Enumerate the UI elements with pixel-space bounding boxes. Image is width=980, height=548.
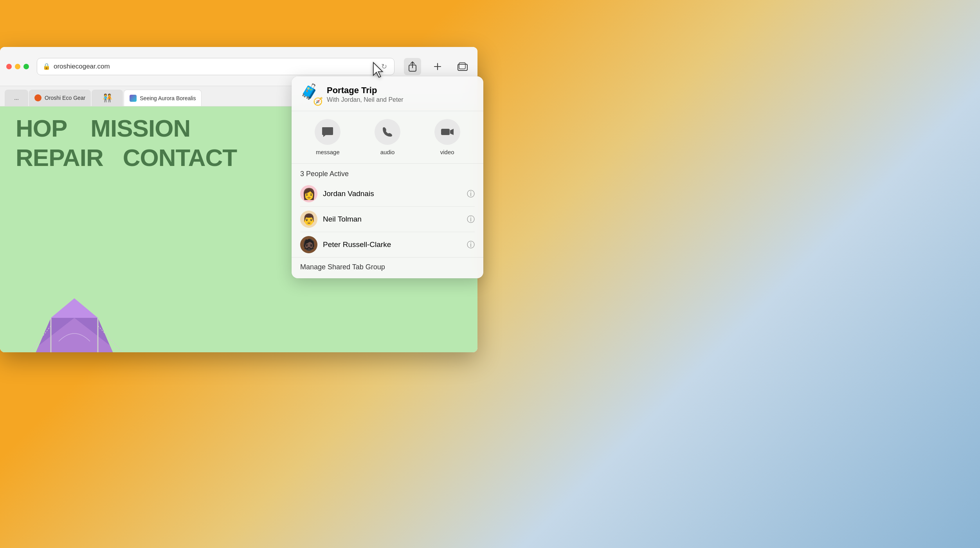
neil-avatar: 👨 — [300, 211, 317, 228]
svg-marker-22 — [450, 129, 454, 135]
tent-area — [0, 287, 160, 352]
audio-label: audio — [380, 149, 395, 155]
video-button[interactable]: video — [434, 119, 460, 155]
group-emoji-sub: 🧭 — [313, 97, 323, 106]
traffic-lights — [6, 64, 29, 69]
message-icon-circle — [315, 119, 340, 145]
tab-overview-icon — [458, 62, 468, 71]
person-row-neil[interactable]: 👨 Neil Tolman ⓘ — [300, 207, 475, 232]
add-tab-button[interactable] — [429, 58, 446, 75]
tab-group-emoji[interactable]: 🧑‍🤝‍🧑 — [92, 90, 123, 106]
share-tab-button[interactable] — [404, 58, 421, 75]
jordan-info-icon[interactable]: ⓘ — [467, 189, 475, 199]
jordan-name: Jordan Vadnais — [323, 189, 467, 198]
svg-marker-8 — [12, 318, 137, 352]
tab-aurora[interactable]: Seeing Aurora Borealis — [124, 90, 202, 106]
tab-previous-label: ... — [14, 95, 19, 101]
peter-name: Peter Russell-Clarke — [323, 240, 467, 249]
audio-button[interactable]: audio — [375, 119, 400, 155]
popup-actions: message audio video — [292, 111, 483, 164]
jordan-avatar: 👩 — [300, 185, 317, 202]
person-row-peter[interactable]: 🧔🏿 Peter Russell-Clarke ⓘ — [300, 232, 475, 257]
peter-avatar: 🧔🏿 — [300, 236, 317, 253]
plus-icon — [433, 62, 442, 71]
group-name: Portage Trip — [327, 85, 475, 96]
fullscreen-button[interactable] — [23, 64, 29, 69]
tab-previous[interactable]: ... — [5, 90, 28, 106]
video-label: video — [440, 149, 454, 155]
group-avatar: 🧳 🧭 — [300, 84, 321, 105]
address-bar[interactable]: 🔒 oroshiecogear.com ↻ — [37, 58, 395, 75]
neil-name: Neil Tolman — [323, 215, 467, 224]
svg-rect-5 — [459, 63, 465, 69]
share-popup: 🧳 🧭 Portage Trip With Jordan, Neil and P… — [292, 76, 483, 278]
tab-aurora-label: Seeing Aurora Borealis — [140, 95, 196, 101]
phone-icon — [382, 126, 393, 137]
tab-overview-button[interactable] — [454, 58, 471, 75]
svg-marker-14 — [51, 298, 98, 318]
people-section: 3 People Active 👩 Jordan Vadnais ⓘ 👨 Nei… — [292, 164, 483, 257]
close-button[interactable] — [6, 64, 12, 69]
video-icon-circle — [434, 119, 460, 145]
people-header: 3 People Active — [300, 170, 475, 178]
neil-info-icon[interactable]: ⓘ — [467, 214, 475, 225]
tab-oroshi-label: Oroshi Eco Gear — [45, 95, 85, 101]
reload-button[interactable]: ↻ — [380, 61, 389, 72]
aurora-favicon — [130, 95, 137, 102]
site-nav-shop: HOP — [16, 114, 67, 142]
group-subtitle: With Jordan, Neil and Peter — [327, 96, 475, 103]
lock-icon: 🔒 — [43, 63, 50, 70]
video-icon — [441, 127, 454, 137]
toolbar-actions — [404, 58, 471, 75]
peter-info-icon[interactable]: ⓘ — [467, 240, 475, 250]
tab-oroshi[interactable]: Oroshi Eco Gear — [29, 90, 91, 106]
message-label: message — [316, 149, 340, 155]
oroshi-favicon — [34, 94, 41, 101]
manage-row: Manage Shared Tab Group — [292, 257, 483, 278]
site-nav-contact: CONTACT — [123, 144, 237, 171]
minimize-button[interactable] — [15, 64, 20, 69]
group-info: Portage Trip With Jordan, Neil and Peter — [327, 85, 475, 103]
audio-icon-circle — [375, 119, 400, 145]
svg-rect-21 — [441, 129, 450, 135]
site-nav-repair: REPAIR — [16, 144, 103, 171]
popup-header: 🧳 🧭 Portage Trip With Jordan, Neil and P… — [292, 76, 483, 111]
url-text: oroshiecogear.com — [54, 63, 377, 70]
share-icon — [407, 61, 418, 72]
site-nav-mission: MISSION — [90, 114, 190, 142]
manage-shared-tab-button[interactable]: Manage Shared Tab Group — [300, 263, 475, 271]
tab-emoji-label: 🧑‍🤝‍🧑 — [103, 93, 112, 103]
message-icon — [322, 126, 333, 137]
message-button[interactable]: message — [315, 119, 340, 155]
person-row-jordan[interactable]: 👩 Jordan Vadnais ⓘ — [300, 181, 475, 207]
